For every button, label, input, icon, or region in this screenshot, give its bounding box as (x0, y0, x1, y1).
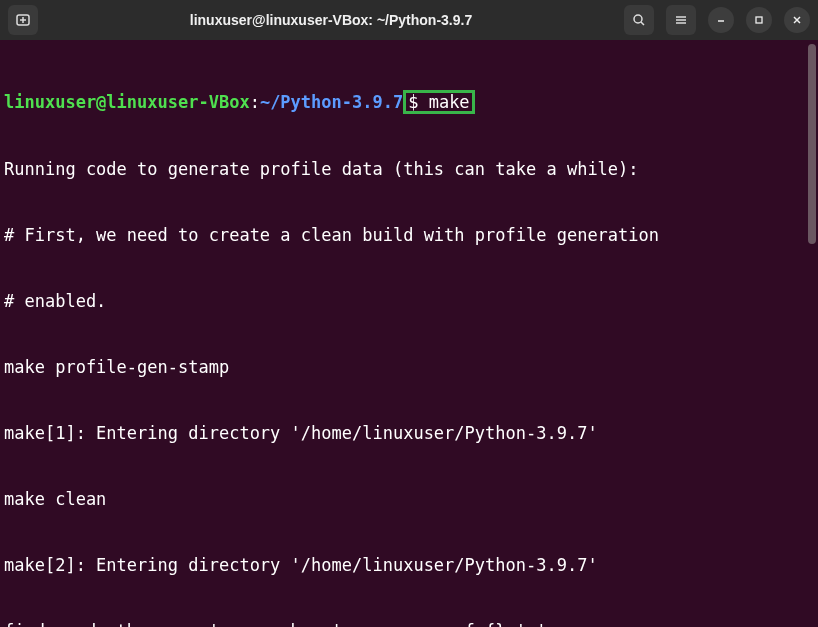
output-line: make clean (4, 488, 814, 510)
minimize-button[interactable] (708, 7, 734, 33)
output-line: make[1]: Entering directory '/home/linux… (4, 422, 814, 444)
search-button[interactable] (624, 5, 654, 35)
close-button[interactable] (784, 7, 810, 33)
titlebar-left (8, 5, 38, 35)
prompt-command: $ make (408, 92, 469, 112)
scrollbar-thumb[interactable] (808, 44, 816, 244)
prompt-path: ~/Python-3.9.7 (260, 92, 403, 112)
output-line: make profile-gen-stamp (4, 356, 814, 378)
menu-button[interactable] (666, 5, 696, 35)
svg-point-3 (634, 15, 642, 23)
terminal-output[interactable]: linuxuser@linuxuser-VBox:~/Python-3.9.7$… (0, 40, 818, 627)
svg-rect-9 (756, 17, 762, 23)
titlebar: linuxuser@linuxuser-VBox: ~/Python-3.9.7 (0, 0, 818, 40)
prompt-user-host: linuxuser@linuxuser-VBox (4, 92, 250, 112)
output-line: # enabled. (4, 290, 814, 312)
titlebar-right (624, 5, 810, 35)
svg-line-4 (641, 22, 644, 25)
output-line: find . -depth -name '__pycache__' -exec … (4, 620, 814, 627)
prompt-line: linuxuser@linuxuser-VBox:~/Python-3.9.7$… (4, 90, 814, 114)
prompt-colon: : (250, 92, 260, 112)
output-line: Running code to generate profile data (t… (4, 158, 814, 180)
command-highlight: $ make (403, 90, 474, 114)
window-title: linuxuser@linuxuser-VBox: ~/Python-3.9.7 (46, 9, 616, 31)
output-line: make[2]: Entering directory '/home/linux… (4, 554, 814, 576)
maximize-button[interactable] (746, 7, 772, 33)
output-line: # First, we need to create a clean build… (4, 224, 814, 246)
new-tab-button[interactable] (8, 5, 38, 35)
